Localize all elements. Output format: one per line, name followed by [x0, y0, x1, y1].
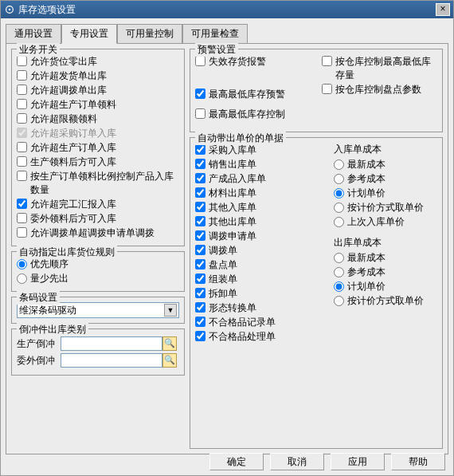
radio-item[interactable]: 按计价方式取单价 — [334, 201, 437, 214]
checkbox-item[interactable]: 最高最低库存控制 — [195, 108, 311, 121]
radio-item[interactable]: 上次入库单价 — [334, 215, 437, 229]
tab-2[interactable]: 可用量控制 — [117, 24, 182, 44]
help-button[interactable]: 帮助 — [391, 453, 445, 470]
checkbox-item[interactable]: 按仓库控制最高最低库存量 — [322, 55, 437, 82]
checkbox-input[interactable] — [195, 202, 205, 212]
checkbox-item[interactable]: 允许货位零出库 — [17, 55, 179, 69]
checkbox-input[interactable] — [322, 56, 332, 66]
lookup-icon[interactable]: 🔍 — [162, 336, 177, 351]
checkbox-item[interactable]: 材料出库单 — [195, 187, 334, 200]
ok-button[interactable]: 确定 — [209, 453, 264, 470]
group-in-cost: 入库单成本 最新成本参考成本计划单价按计价方式取单价上次入库单价 — [334, 143, 437, 230]
checkbox-item[interactable]: 生产领料后方可入库 — [17, 155, 179, 169]
checkbox-input[interactable] — [17, 213, 27, 223]
radio-input[interactable] — [334, 203, 344, 213]
checkbox-item[interactable]: 委外领料后方可入库 — [17, 212, 179, 226]
checkbox-item[interactable]: 失效存货报警 — [195, 55, 311, 69]
radio-input[interactable] — [17, 259, 27, 269]
tab-0[interactable]: 通用设置 — [6, 24, 61, 44]
apply-button[interactable]: 应用 — [331, 453, 385, 470]
checkbox-input[interactable] — [17, 227, 27, 238]
checkbox-input[interactable] — [195, 56, 205, 66]
checkbox-item[interactable]: 允许调拨单超调拨申请单调拨 — [17, 226, 179, 240]
checkbox-item[interactable]: 按生产订单领料比例控制产品入库数量 — [17, 170, 179, 197]
checkbox-input[interactable] — [195, 230, 205, 241]
checkbox-item[interactable]: 不合格品处理单 — [195, 330, 334, 344]
checkbox-item[interactable]: 盘点单 — [195, 258, 334, 272]
checkbox-input[interactable] — [195, 245, 205, 255]
checkbox-input[interactable] — [322, 84, 332, 94]
radio-item[interactable]: 参考成本 — [334, 266, 437, 279]
checkbox-input[interactable] — [17, 156, 27, 167]
checkbox-input[interactable] — [17, 56, 27, 66]
checkbox-item[interactable]: 产成品入库单 — [195, 172, 334, 186]
checkbox-item[interactable]: 允许超生产订单入库 — [17, 141, 179, 155]
checkbox-input[interactable] — [17, 113, 27, 124]
checkbox-label: 销售出库单 — [209, 158, 256, 171]
checkbox-item[interactable]: 采购入库单 — [195, 144, 334, 157]
checkbox-input[interactable] — [195, 259, 205, 269]
checkbox-item[interactable]: 不合格品记录单 — [195, 316, 334, 329]
radio-item[interactable]: 量少先出 — [17, 272, 179, 285]
radio-item[interactable]: 计划单价 — [334, 187, 437, 200]
checkbox-item[interactable]: 允许超完工汇报入库 — [17, 198, 179, 211]
checkbox-item[interactable]: 调拨单 — [195, 244, 334, 258]
checkbox-input[interactable] — [17, 171, 27, 181]
checkbox-item[interactable]: 按仓库控制盘点参数 — [322, 83, 437, 96]
radio-input[interactable] — [334, 267, 344, 277]
tab-1[interactable]: 专用设置 — [61, 24, 117, 44]
checkbox-item[interactable]: 调拨申请单 — [195, 230, 334, 243]
radio-input[interactable] — [334, 174, 344, 184]
barcode-combo[interactable]: 维深条码驱动 ▼ — [17, 302, 179, 318]
checkbox-input[interactable] — [195, 108, 205, 119]
group-legend: 自动指定出库货位规则 — [17, 246, 117, 259]
radio-item[interactable]: 最新成本 — [334, 158, 437, 171]
checkbox-item[interactable]: 形态转换单 — [195, 301, 334, 315]
checkbox-input[interactable] — [17, 99, 27, 109]
radio-input[interactable] — [334, 217, 344, 227]
radio-item[interactable]: 参考成本 — [334, 172, 437, 186]
checkbox-input[interactable] — [17, 142, 27, 152]
tab-3[interactable]: 可用量检查 — [182, 24, 248, 44]
radio-item[interactable]: 最新成本 — [334, 251, 437, 265]
radio-input[interactable] — [334, 253, 344, 263]
cancel-button[interactable]: 取消 — [270, 453, 324, 470]
checkbox-input[interactable] — [195, 288, 205, 298]
close-icon[interactable]: × — [436, 3, 450, 16]
checkbox-item[interactable]: 允许超调拨单出库 — [17, 84, 179, 97]
checkbox-item[interactable]: 其他出库单 — [195, 215, 334, 229]
checkbox-input[interactable] — [17, 85, 27, 95]
checkbox-input[interactable] — [195, 173, 205, 183]
checkbox-input[interactable] — [195, 273, 205, 284]
radio-input[interactable] — [334, 296, 344, 306]
checkbox-input[interactable] — [195, 216, 205, 226]
radio-input[interactable] — [334, 159, 344, 170]
outs-chongjian-input[interactable] — [61, 353, 162, 368]
checkbox-item[interactable]: 允许超发货单出库 — [17, 69, 179, 83]
radio-input[interactable] — [334, 188, 344, 199]
checkbox-input[interactable] — [195, 159, 205, 169]
radio-input[interactable] — [334, 281, 344, 292]
prod-chongjian-input[interactable] — [61, 336, 162, 351]
checkbox-item[interactable]: 最高最低库存预警 — [195, 88, 311, 101]
radio-item[interactable]: 计划单价 — [334, 280, 437, 293]
checkbox-label: 失效存货报警 — [209, 55, 266, 69]
radio-item[interactable]: 优先顺序 — [17, 258, 179, 271]
checkbox-item[interactable]: 销售出库单 — [195, 158, 334, 171]
checkbox-input[interactable] — [195, 302, 205, 313]
checkbox-input[interactable] — [195, 187, 205, 198]
checkbox-item[interactable]: 允许超限额领料 — [17, 112, 179, 126]
lookup-icon[interactable]: 🔍 — [162, 353, 177, 368]
checkbox-input[interactable] — [195, 89, 205, 99]
checkbox-item[interactable]: 允许超生产订单领料 — [17, 98, 179, 112]
radio-input[interactable] — [17, 273, 27, 284]
checkbox-item[interactable]: 其他入库单 — [195, 201, 334, 214]
checkbox-input[interactable] — [17, 70, 27, 81]
checkbox-item[interactable]: 组装单 — [195, 273, 334, 286]
checkbox-input[interactable] — [195, 331, 205, 341]
checkbox-input[interactable] — [195, 144, 205, 155]
radio-item[interactable]: 按计价方式取单价 — [334, 294, 437, 308]
checkbox-item[interactable]: 拆卸单 — [195, 287, 334, 301]
checkbox-input[interactable] — [195, 317, 205, 327]
checkbox-input[interactable] — [17, 199, 27, 209]
